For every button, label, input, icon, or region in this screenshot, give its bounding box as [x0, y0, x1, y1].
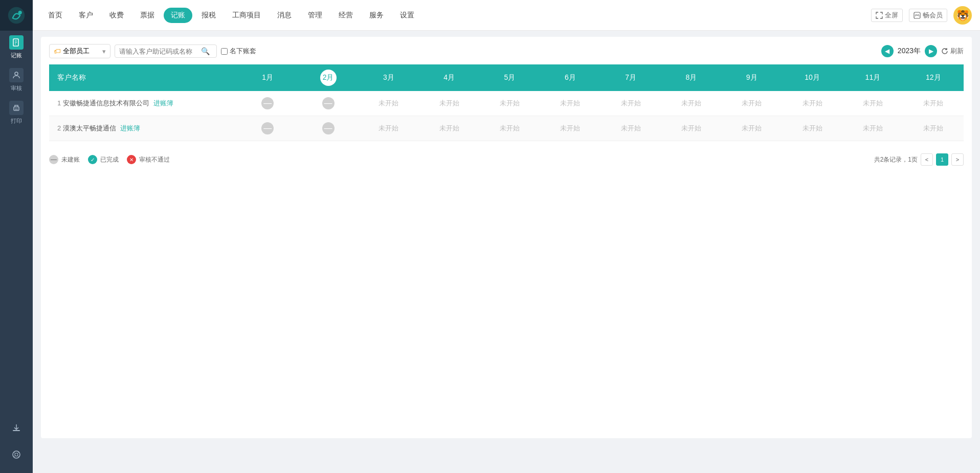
year-label: 2023年: [898, 47, 921, 56]
total-records: 共2条记录，1页: [874, 155, 918, 164]
user-avatar[interactable]: 🐯: [953, 6, 972, 25]
enter-ledger-link[interactable]: 进账簿: [153, 99, 173, 107]
nav-message[interactable]: 消息: [270, 8, 299, 23]
checkbox-label-text: 名下账套: [230, 47, 256, 56]
month-cell-12: 未开始: [903, 91, 964, 116]
month-cell-3: 未开始: [359, 91, 419, 116]
prev-year-button[interactable]: ◀: [881, 45, 894, 57]
nav-bizwork[interactable]: 工商项目: [225, 8, 268, 23]
svg-point-6: [15, 72, 18, 75]
page-1-button[interactable]: 1: [936, 153, 948, 166]
sidebar-item-label: 打印: [11, 117, 22, 125]
current-month-badge: 2月: [320, 70, 337, 86]
main-area: 首页 客户 收费 票据 记账 报税 工商项目 消息 管理 经营 服务 设置 全屏: [33, 0, 980, 473]
legend-dot-red: ✕: [127, 155, 136, 164]
status-dash: —: [261, 97, 274, 109]
month-cell-5: 未开始: [479, 91, 540, 116]
sidebar-item-label: 审核: [11, 84, 22, 92]
client-cell: 1安徽畅捷通信息技术有限公司进账簿: [49, 91, 237, 116]
col-header-jul: 7月: [600, 64, 661, 91]
status-not-started: 未开始: [439, 124, 459, 132]
status-not-started: 未开始: [378, 99, 398, 107]
nav-settings[interactable]: 设置: [393, 8, 421, 23]
sidebar-item-audit[interactable]: 审核: [0, 63, 33, 96]
month-cell-1: —: [237, 91, 298, 116]
nav-operation[interactable]: 经营: [331, 8, 360, 23]
status-not-started: 未开始: [621, 124, 641, 132]
month-cell-9: 未开始: [722, 91, 782, 116]
nav-billing[interactable]: 收费: [102, 8, 131, 23]
col-header-feb: 2月: [298, 64, 358, 91]
bookkeeping-icon: [9, 35, 24, 50]
status-not-started: 未开始: [923, 99, 943, 107]
sidebar-download[interactable]: [0, 416, 33, 440]
col-header-dec: 12月: [903, 64, 964, 91]
row-number: 1: [57, 99, 61, 107]
col-header-client: 客户名称: [49, 64, 237, 91]
vip-button[interactable]: 畅会员: [909, 9, 947, 22]
status-dash: —: [322, 97, 335, 109]
status-not-started: 未开始: [560, 124, 580, 132]
enter-ledger-link[interactable]: 进账簿: [120, 124, 140, 132]
status-not-started: 未开始: [863, 124, 883, 132]
month-cell-10: 未开始: [782, 91, 842, 116]
nav-client[interactable]: 客户: [72, 8, 100, 23]
account-checkbox[interactable]: [221, 48, 228, 55]
search-input[interactable]: [119, 48, 201, 55]
sidebar-support[interactable]: [0, 442, 33, 467]
nav-invoice[interactable]: 票据: [133, 8, 162, 23]
month-cell-1: —: [237, 116, 298, 141]
company-name: 漠澳太平畅捷通信: [63, 124, 116, 132]
status-not-started: 未开始: [803, 99, 822, 107]
prev-page-button[interactable]: <: [921, 153, 933, 166]
legend-rejected: ✕ 审核不通过: [127, 155, 170, 164]
status-not-started: 未开始: [621, 99, 641, 107]
nav-tax[interactable]: 报税: [194, 8, 223, 23]
account-filter[interactable]: 名下账套: [221, 47, 256, 56]
legend-dot-teal: ✓: [88, 155, 97, 164]
sidebar-item-print[interactable]: 打印: [0, 96, 33, 129]
col-header-may: 5月: [479, 64, 540, 91]
nav-service[interactable]: 服务: [362, 8, 391, 23]
month-cell-5: 未开始: [479, 116, 540, 141]
nav-manage[interactable]: 管理: [301, 8, 329, 23]
svg-point-11: [15, 453, 18, 456]
fullscreen-button[interactable]: 全屏: [871, 9, 903, 22]
pagination: 共2条记录，1页 < 1 >: [874, 153, 964, 166]
month-cell-8: 未开始: [661, 91, 721, 116]
month-cell-8: 未开始: [661, 116, 721, 141]
status-not-started: 未开始: [439, 99, 459, 107]
col-header-jan: 1月: [237, 64, 298, 91]
month-cell-4: 未开始: [419, 91, 479, 116]
col-header-mar: 3月: [359, 64, 419, 91]
sidebar-bottom: [0, 416, 33, 473]
vip-label: 畅会员: [923, 11, 943, 20]
app-logo: [0, 0, 33, 31]
status-not-started: 未开始: [803, 124, 822, 132]
nav-home[interactable]: 首页: [41, 8, 70, 23]
print-icon: [9, 101, 24, 115]
employee-label: 全部员工: [63, 47, 90, 56]
employee-icon: 🏷: [54, 47, 61, 55]
month-cell-2: —: [298, 91, 358, 116]
col-header-oct: 10月: [782, 64, 842, 91]
col-header-aug: 8月: [661, 64, 721, 91]
client-cell: 2漠澳太平畅捷通信进账簿: [49, 116, 237, 141]
status-not-started: 未开始: [742, 99, 762, 107]
search-button[interactable]: 🔍: [201, 47, 210, 55]
next-year-button[interactable]: ▶: [925, 45, 937, 57]
top-navigation: 首页 客户 收费 票据 记账 报税 工商项目 消息 管理 经营 服务 设置 全屏: [33, 0, 980, 31]
company-name: 安徽畅捷通信息技术有限公司: [63, 99, 149, 107]
nav-bookkeeping[interactable]: 记账: [164, 8, 192, 23]
month-cell-7: 未开始: [600, 116, 661, 141]
audit-icon: [9, 68, 24, 82]
sidebar-item-bookkeeping[interactable]: 记账: [0, 31, 33, 63]
next-page-button[interactable]: >: [951, 153, 964, 166]
table-footer: — 未建账 ✓ 已完成 ✕ 审核不通过 共2条记录，1页 < 1 >: [49, 149, 964, 170]
employee-select[interactable]: 🏷 全部员工 ▾: [49, 44, 110, 58]
month-cell-11: 未开始: [842, 91, 903, 116]
sidebar-item-label: 记账: [11, 52, 22, 59]
bookkeeping-table: 客户名称 1月 2月 3月 4月 5月 6月 7月 8月 9月: [49, 64, 964, 141]
refresh-button[interactable]: 刷新: [941, 47, 964, 56]
status-not-started: 未开始: [560, 99, 580, 107]
